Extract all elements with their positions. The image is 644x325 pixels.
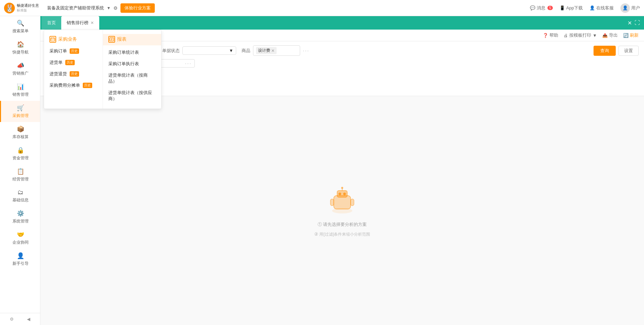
- dropdown-item-purchase-expense[interactable]: 采购费用分摊单 历史: [44, 80, 103, 91]
- dropdown-item-stock-stat-goods[interactable]: 进货单统计表（按商品）: [103, 70, 162, 87]
- history-badge-2: 历史: [70, 71, 79, 77]
- dropdown-item-purchase-order-stat[interactable]: 采购订单统计表: [103, 47, 162, 58]
- dropdown-overlay[interactable]: 采购业务 采购订单 历史 进货单 历史 进货退货 历史 采购费用分摊单 历史: [0, 0, 644, 325]
- purchase-header: 采购业务: [44, 34, 103, 45]
- purchase-header-icon: [49, 36, 56, 43]
- dropdown-menu: 采购业务 采购订单 历史 进货单 历史 进货退货 历史 采购费用分摊单 历史: [44, 30, 162, 109]
- dropdown-item-stock-return[interactable]: 进货退货 历史: [44, 68, 103, 80]
- report-column: 报表 采购订单统计表 采购订单执行表 进货单统计表（按商品） 进货单统计表（按供…: [103, 30, 162, 109]
- report-header: 报表: [103, 34, 162, 45]
- dropdown-item-purchase-order[interactable]: 采购订单 历史: [44, 45, 103, 57]
- history-badge-1: 历史: [65, 60, 75, 65]
- dropdown-item-stock-in[interactable]: 进货单 历史: [44, 57, 103, 68]
- dropdown-item-purchase-order-exec[interactable]: 采购订单执行表: [103, 58, 162, 70]
- purchase-column: 采购业务 采购订单 历史 进货单 历史 进货退货 历史 采购费用分摊单 历史: [44, 30, 103, 109]
- history-badge-3: 历史: [83, 83, 92, 88]
- report-header-icon: [108, 36, 115, 43]
- dropdown-item-stock-stat-supplier[interactable]: 进货单统计表（按供应商）: [103, 87, 162, 105]
- history-badge-0: 历史: [70, 48, 79, 54]
